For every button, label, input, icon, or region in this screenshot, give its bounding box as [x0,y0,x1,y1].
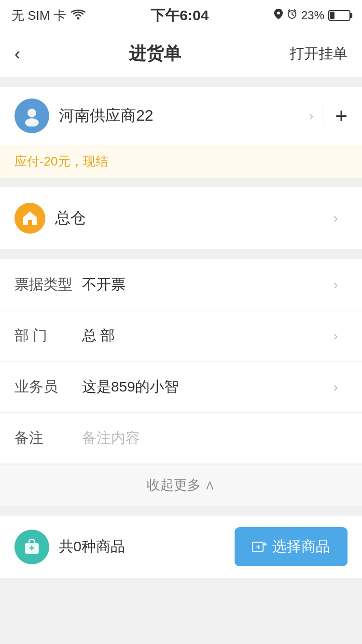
salesperson-chevron-icon: › [334,379,338,395]
ticket-type-chevron-icon: › [334,277,338,293]
salesperson-label: 业务员 [14,377,82,397]
warehouse-icon-wrap [14,203,45,234]
battery-percentage: 23% [301,9,324,22]
ticket-type-label: 票据类型 [14,275,82,294]
divider [323,104,323,127]
status-bar: 无 SIM 卡 下午6:04 23% [0,0,362,31]
remark-value: 备注内容 [82,428,348,448]
select-product-label: 选择商品 [272,537,330,557]
section-gap-1 [0,77,362,87]
wifi-icon [71,8,85,23]
svg-point-3 [25,118,39,126]
product-count-label: 共0种商品 [59,537,235,557]
nav-bar: ‹ 进货单 打开挂单 [0,31,362,77]
collapse-row[interactable]: 收起更多 ∧ [0,464,362,506]
supplier-chevron-icon: › [309,108,313,124]
supplier-section: 河南供应商22 › + 应付-20元，现结 [0,87,362,178]
section-gap-3 [0,250,362,259]
supplier-row[interactable]: 河南供应商22 › + [0,87,362,145]
warehouse-name: 总仓 [55,208,334,229]
svg-point-0 [77,17,79,19]
status-time: 下午6:04 [151,6,209,26]
ticket-type-value: 不开票 [82,275,334,294]
notice-text: 应付-20元，现结 [14,154,108,168]
status-right: 23% [274,9,350,22]
section-gap-2 [0,178,362,187]
svg-point-2 [28,109,36,117]
warehouse-row[interactable]: 总仓 › [0,187,362,250]
alarm-icon [287,9,297,22]
select-product-button[interactable]: 选择商品 [235,527,348,566]
add-supplier-button[interactable]: + [335,105,348,126]
department-row[interactable]: 部 门 总 部 › [0,310,362,362]
location-icon [274,9,283,22]
gray-fill-area [0,578,362,644]
page-title: 进货单 [129,42,181,66]
open-pending-button[interactable]: 打开挂单 [290,44,348,64]
back-button[interactable]: ‹ [14,44,20,64]
ticket-type-row[interactable]: 票据类型 不开票 › [0,259,362,310]
department-value: 总 部 [82,326,334,346]
department-chevron-icon: › [334,328,338,344]
carrier-label: 无 SIM 卡 [12,7,66,24]
product-bar: 共0种商品 选择商品 [0,516,362,578]
remark-row[interactable]: 备注 备注内容 [0,413,362,464]
salesperson-value: 这是859的小智 [82,377,334,397]
supplier-name: 河南供应商22 [59,105,309,126]
status-left: 无 SIM 卡 [12,7,85,24]
form-fields: 票据类型 不开票 › 部 门 总 部 › 业务员 这是859的小智 › 备注 备… [0,259,362,506]
battery-icon [328,10,350,21]
salesperson-row[interactable]: 业务员 这是859的小智 › [0,362,362,413]
collapse-label: 收起更多 ∧ [147,476,216,494]
department-label: 部 门 [14,326,82,346]
warehouse-chevron-icon: › [334,210,338,226]
remark-label: 备注 [14,428,82,448]
product-icon-wrap [14,530,49,564]
supplier-avatar [14,98,49,133]
notice-bar: 应付-20元，现结 [0,145,362,178]
